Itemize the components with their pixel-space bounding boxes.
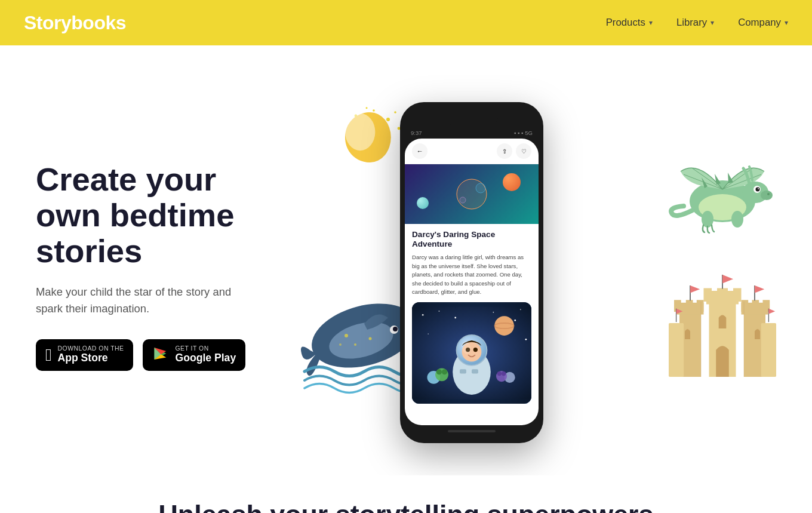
svg-rect-64 [704,288,712,302]
section-title-bar: Unleash your storytelling superpowers [0,475,812,513]
phone-story-illustration [412,302,531,404]
svg-rect-74 [742,300,749,312]
svg-point-38 [473,348,478,352]
castle-decoration [669,257,776,391]
nav-company[interactable]: Company ▾ [738,17,788,29]
svg-point-16 [339,343,342,346]
hero-subtext: Make your child the star of the story an… [36,284,251,318]
phone-story-content: Darcy's Daring Space Adventure Darcy was… [405,224,539,410]
svg-point-18 [476,183,485,193]
svg-point-3 [394,111,396,113]
app-store-bottom-line: App Store [58,352,124,364]
svg-point-22 [439,311,440,312]
app-store-text: Download on the App Store [58,345,124,364]
phone-screen: ← ⇧ ♡ [405,139,539,425]
phone-story-banner [405,164,539,224]
svg-point-15 [369,337,372,340]
svg-point-26 [520,309,521,311]
svg-rect-77 [669,323,684,377]
svg-rect-78 [761,323,776,377]
svg-point-6 [366,107,368,109]
app-store-top-line: Download on the [58,345,124,352]
site-logo[interactable]: Storybooks [24,12,126,34]
store-buttons:  Download on the App Store GE [36,339,287,371]
svg-point-24 [493,312,494,313]
svg-point-29 [494,317,514,336]
svg-point-13 [345,334,348,337]
space-banner-decoration [454,176,490,212]
planet-decoration-2 [417,197,429,209]
svg-rect-41 [472,370,478,374]
dragon-decoration [669,142,776,239]
nav-library[interactable]: Library ▾ [676,17,714,29]
svg-rect-70 [686,300,693,312]
google-play-text: GET IT ON Google Play [175,345,236,364]
navbar: Storybooks Products ▾ Library ▾ Company … [0,0,812,45]
nav-products-label: Products [606,17,645,29]
castle-svg [669,257,776,389]
svg-point-56 [756,188,760,192]
nav-company-label: Company [738,17,781,29]
google-play-bottom-line: Google Play [175,352,236,364]
hero-center: 9:37 ▪ ▪ ▪ 5G ← ⇧ ♡ [287,87,657,446]
app-store-button[interactable]:  Download on the App Store [36,339,133,371]
svg-point-44 [442,370,447,375]
svg-rect-66 [733,288,742,302]
svg-point-57 [758,188,759,189]
phone-story-text: Darcy was a daring little girl, with dre… [412,253,531,296]
svg-point-43 [436,370,442,375]
hero-section: Create your own bedtime stories Make you… [0,45,812,475]
svg-point-12 [393,327,398,331]
hero-right [657,142,776,391]
phone-frame: 9:37 ▪ ▪ ▪ 5G ← ⇧ ♡ [400,102,543,443]
chevron-down-icon: ▾ [785,19,788,27]
hero-heading: Create your own bedtime stories [36,162,287,269]
phone-signal: ▪ ▪ ▪ 5G [514,130,533,136]
svg-point-8 [345,113,375,150]
google-play-icon [152,345,169,365]
google-play-top-line: GET IT ON [175,345,236,352]
moon-decoration [334,105,406,179]
svg-point-58 [767,193,770,195]
hero-left: Create your own bedtime stories Make you… [36,162,287,370]
svg-rect-71 [697,300,704,312]
svg-point-1 [373,109,375,112]
svg-point-54 [761,191,773,200]
chevron-down-icon: ▾ [710,19,714,27]
svg-point-14 [354,343,356,346]
apple-icon:  [45,346,52,364]
nav-links: Products ▾ Library ▾ Company ▾ [606,17,788,29]
planet-decoration-1 [503,173,521,191]
svg-rect-65 [717,288,728,302]
nav-library-label: Library [676,17,707,29]
phone-story-title: Darcy's Daring Space Adventure [412,230,531,250]
svg-point-2 [386,118,390,121]
phone-bookmark-button[interactable]: ♡ [516,143,531,159]
section-title: Unleash your storytelling superpowers [36,499,776,513]
svg-rect-75 [752,300,759,312]
phone-screen-header: ← ⇧ ♡ [405,139,539,164]
dragon-svg [669,142,776,237]
phone-mockup: 9:37 ▪ ▪ ▪ 5G ← ⇧ ♡ [400,102,543,443]
nav-products[interactable]: Products ▾ [606,17,653,29]
phone-share-button[interactable]: ⇧ [497,143,512,159]
chevron-down-icon: ▾ [649,19,653,27]
space-scene-svg [412,302,531,404]
moon-svg [334,105,406,177]
svg-point-61 [731,211,743,228]
phone-status-bar: 9:37 ▪ ▪ ▪ 5G [405,130,539,139]
svg-point-19 [460,197,466,203]
svg-point-47 [502,371,506,376]
phone-header-icons: ⇧ ♡ [497,143,531,159]
svg-point-46 [497,371,502,376]
phone-home-bar [448,430,496,432]
svg-point-28 [525,339,527,340]
svg-point-21 [422,314,424,316]
svg-point-27 [427,334,429,335]
phone-back-button[interactable]: ← [412,143,427,159]
svg-rect-40 [460,370,466,374]
phone-time: 9:37 [411,130,422,136]
google-play-button[interactable]: GET IT ON Google Play [143,339,245,371]
svg-point-25 [514,320,516,322]
phone-notch [445,110,499,126]
